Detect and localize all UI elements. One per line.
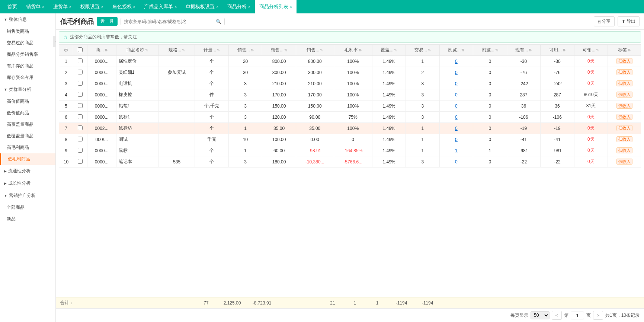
row-checkbox[interactable] [73,56,87,67]
col-coverage[interactable]: 覆盖...⇅ [372,45,406,56]
share-button[interactable]: ⎘ 分享 [594,16,615,26]
row-select-checkbox[interactable] [78,114,83,119]
search-input[interactable] [124,19,214,24]
nav-role-auth[interactable]: 角色授权 × [108,0,140,13]
row-checkbox[interactable] [73,156,87,168]
sidebar-item-low-coverage[interactable]: 低覆盖量商品 [0,130,55,142]
sidebar-section-growth[interactable]: ▶ 成长性分析 [0,177,55,189]
nav-purchase-order[interactable]: 进货单 × [49,0,76,13]
row-name[interactable]: 测试 [116,134,158,145]
row-name[interactable]: 电话机 [116,78,158,89]
row-select-checkbox[interactable] [78,58,83,63]
col-current[interactable]: 现有...⇅ [507,45,540,56]
col-margin[interactable]: 毛利率⇅ [334,45,372,56]
row-checkbox[interactable] [73,134,87,145]
close-role-auth-icon[interactable]: × [133,5,135,9]
row-checkbox[interactable] [73,89,87,101]
row-view1[interactable]: 0 [439,112,473,123]
row-view1[interactable]: 0 [439,123,473,134]
row-checkbox[interactable] [73,67,87,78]
row-checkbox[interactable] [73,78,87,89]
row-select-checkbox[interactable] [78,137,83,141]
close-template-settings-icon[interactable]: × [216,5,218,9]
row-name[interactable]: 铅笔1 [116,101,158,112]
col-name[interactable]: 商品名称⇅ [116,45,158,56]
sidebar-item-sales-products[interactable]: 销售类商品 [0,26,55,37]
col-available[interactable]: 可用...⇅ [541,45,574,56]
col-sales1[interactable]: 销售...⇅ [228,45,262,56]
sidebar-collapse-button[interactable]: « [53,36,56,47]
row-name[interactable]: 吴细细1 [116,67,158,78]
row-checkbox[interactable] [73,145,87,156]
nav-sales-order[interactable]: 销货单 × [22,0,49,13]
row-name[interactable]: 橡皮擦 [116,89,158,101]
sidebar-item-new-products[interactable]: 新品 [0,213,55,225]
col-deals[interactable]: 交易...⇅ [406,45,439,56]
select-all-checkbox[interactable] [78,47,83,52]
row-select-checkbox[interactable] [78,103,83,108]
close-permissions-icon[interactable]: × [101,5,103,9]
filter-button[interactable]: 近一月 [97,17,118,26]
sidebar-section-circulation[interactable]: ▶ 流通性分析 [0,165,55,177]
row-view1[interactable]: 0 [439,134,473,145]
nav-permissions[interactable]: 权限设置 × [76,0,108,13]
sidebar-item-high-coverage[interactable]: 高覆盖量商品 [0,119,55,130]
nav-template-settings[interactable]: 单据模板设置 × [181,0,223,13]
row-name[interactable]: 鼠标1 [116,112,158,123]
col-settings[interactable]: ⚙ [59,45,73,56]
close-purchase-order-icon[interactable]: × [69,5,71,9]
nav-home[interactable]: 首页 [3,0,22,13]
row-name[interactable]: 属性定价 [116,56,158,67]
close-product-storage-icon[interactable]: × [174,5,177,9]
col-tag[interactable]: 标签⇅ [608,45,641,56]
row-select-checkbox[interactable] [78,81,83,86]
row-view1[interactable]: 0 [439,67,473,78]
row-select-checkbox[interactable] [78,148,83,153]
nav-product-analysis-list[interactable]: 商品分析列表 × [255,0,297,13]
row-view1[interactable]: 0 [439,156,473,168]
sidebar-item-high-value[interactable]: 高价值商品 [0,96,55,107]
close-product-analysis-icon[interactable]: × [248,5,250,9]
col-unit[interactable]: 计量...⇅ [195,45,228,56]
row-view1[interactable]: 0 [439,101,473,112]
sidebar-section-overall[interactable]: ▼ 整体信息 [0,13,55,26]
row-checkbox[interactable] [73,112,87,123]
row-name[interactable]: 鼠标垫 [116,123,158,134]
sidebar-section-marketing[interactable]: ▼ 营销推广分析 [0,189,55,202]
nav-product-analysis[interactable]: 商品分析 × [223,0,255,13]
row-select-checkbox[interactable] [78,92,83,97]
row-name[interactable]: 笔记本 [116,156,158,168]
col-spec[interactable]: 规格...⇅ [159,45,195,56]
next-page-button[interactable]: ＞ [593,311,603,320]
sidebar-item-traded-products[interactable]: 交易过的商品 [0,37,55,49]
col-sales2[interactable]: 销售...⇅ [262,45,296,56]
row-select-checkbox[interactable] [78,125,83,130]
sidebar-item-low-value[interactable]: 低价值商品 [0,107,55,119]
row-view1[interactable]: 0 [439,89,473,101]
sidebar-item-all-products[interactable]: 全部商品 [0,202,55,213]
page-number-input[interactable] [571,312,584,319]
sidebar-item-low-margin[interactable]: 低毛利商品 [0,153,55,165]
export-button[interactable]: ⬆ 导出 [618,16,640,26]
col-view1[interactable]: 浏览...⇅ [439,45,473,56]
sidebar-item-high-margin[interactable]: 高毛利商品 [0,142,55,153]
sidebar-item-inventory-capital[interactable]: 库存资金占用 [0,72,55,83]
col-sellable[interactable]: 可销...⇅ [574,45,608,56]
row-view1[interactable]: 1 [439,145,473,156]
sidebar-section-cluster[interactable]: ▼ 类群量分析 [0,83,55,96]
row-view1[interactable]: 0 [439,78,473,89]
sidebar-item-category-sales-rate[interactable]: 商品分类销售率 [0,49,55,60]
row-name[interactable]: 鼠标 [116,145,158,156]
nav-product-storage[interactable]: 产成品入库单 × [140,0,181,13]
col-view2[interactable]: 浏览...⇅ [473,45,507,56]
col-sales3[interactable]: 销售...⇅ [296,45,334,56]
row-select-checkbox[interactable] [78,70,83,74]
row-checkbox[interactable] [73,123,87,134]
row-checkbox[interactable] [73,101,87,112]
per-page-select[interactable]: 50 100 200 [531,311,550,319]
col-code[interactable]: 商...⇅ [87,45,116,56]
sidebar-item-in-stock[interactable]: 有库存的商品 [0,60,55,72]
row-view1[interactable]: 0 [439,56,473,67]
prev-page-button[interactable]: ＜ [552,311,562,320]
close-product-analysis-list-icon[interactable]: × [290,5,292,9]
